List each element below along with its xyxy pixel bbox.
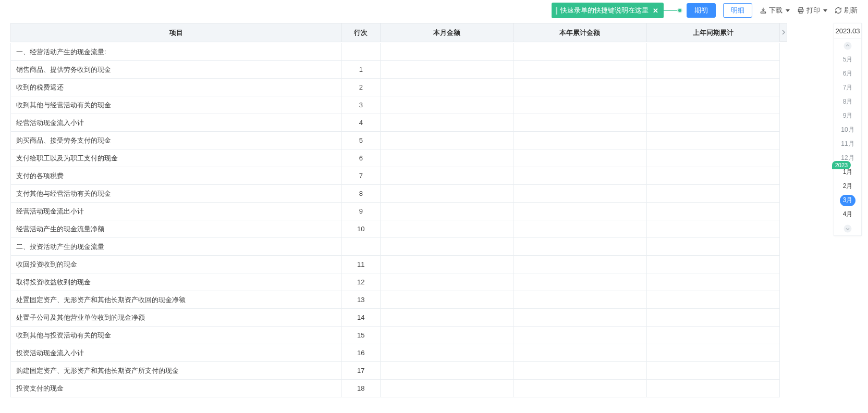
cell-amount-month[interactable] xyxy=(380,96,513,114)
cell-amount-prev-year[interactable] xyxy=(646,79,779,96)
cell-amount-prev-year[interactable] xyxy=(646,362,779,380)
cell-amount-year[interactable] xyxy=(514,362,646,380)
table-row[interactable]: 收到的税费返还2 xyxy=(11,79,780,96)
cell-amount-month[interactable] xyxy=(380,238,513,256)
cell-amount-year[interactable] xyxy=(514,114,646,132)
table-row[interactable]: 经营活动现金流入小计4 xyxy=(11,114,780,132)
close-icon[interactable]: ✕ xyxy=(653,7,658,15)
table-row[interactable]: 销售商品、提供劳务收到的现金1 xyxy=(11,61,780,79)
cell-amount-prev-year[interactable] xyxy=(646,167,779,185)
scroll-right-button[interactable] xyxy=(780,23,787,42)
table-row[interactable]: 投资支付的现金18 xyxy=(11,380,780,397)
cell-amount-year[interactable] xyxy=(514,185,646,203)
table-row[interactable]: 支付给职工以及为职工支付的现金6 xyxy=(11,149,780,167)
cell-amount-prev-year[interactable] xyxy=(646,256,779,273)
cell-amount-year[interactable] xyxy=(514,132,646,149)
cell-amount-prev-year[interactable] xyxy=(646,309,779,327)
cell-amount-year[interactable] xyxy=(514,203,646,220)
cell-amount-prev-year[interactable] xyxy=(646,380,779,397)
cell-amount-month[interactable] xyxy=(380,344,513,362)
table-row[interactable]: 处置子公司及其他营业单位收到的现金净额14 xyxy=(11,309,780,327)
cell-amount-year[interactable] xyxy=(514,61,646,79)
cell-amount-year[interactable] xyxy=(514,380,646,397)
table-row[interactable]: 取得投资收益收到的现金12 xyxy=(11,273,780,291)
cell-amount-year[interactable] xyxy=(514,344,646,362)
cell-amount-year[interactable] xyxy=(514,273,646,291)
cell-amount-prev-year[interactable] xyxy=(646,185,779,203)
month-item[interactable]: 7月 xyxy=(834,81,861,95)
print-dropdown[interactable]: 打印 xyxy=(797,6,827,15)
table-row[interactable]: 一、经营活动产生的现金流量: xyxy=(11,43,780,61)
cell-amount-prev-year[interactable] xyxy=(646,238,779,256)
cell-amount-year[interactable] xyxy=(514,309,646,327)
cell-amount-prev-year[interactable] xyxy=(646,61,779,79)
table-row[interactable]: 收到其他与投资活动有关的现金15 xyxy=(11,327,780,344)
cell-amount-month[interactable] xyxy=(380,167,513,185)
table-row[interactable]: 收到其他与经营活动有关的现金3 xyxy=(11,96,780,114)
cell-amount-year[interactable] xyxy=(514,79,646,96)
cell-amount-month[interactable] xyxy=(380,149,513,167)
cell-amount-month[interactable] xyxy=(380,203,513,220)
download-dropdown[interactable]: 下载 xyxy=(760,6,790,15)
cell-amount-prev-year[interactable] xyxy=(646,220,779,238)
cell-amount-year[interactable] xyxy=(514,220,646,238)
cell-amount-year[interactable] xyxy=(514,43,646,61)
cell-amount-month[interactable] xyxy=(380,43,513,61)
table-row[interactable]: 购建固定资产、无形资产和其他长期资产所支付的现金17 xyxy=(11,362,780,380)
cell-amount-month[interactable] xyxy=(380,132,513,149)
cell-amount-prev-year[interactable] xyxy=(646,327,779,344)
month-item[interactable]: 8月 xyxy=(834,95,861,109)
cell-amount-month[interactable] xyxy=(380,309,513,327)
cell-amount-year[interactable] xyxy=(514,291,646,309)
cell-amount-prev-year[interactable] xyxy=(646,114,779,132)
table-row[interactable]: 支付其他与经营活动有关的现金8 xyxy=(11,185,780,203)
cell-amount-month[interactable] xyxy=(380,380,513,397)
cell-amount-month[interactable] xyxy=(380,61,513,79)
detail-button[interactable]: 明细 xyxy=(723,3,752,18)
table-row[interactable]: 支付的各项税费7 xyxy=(11,167,780,185)
cell-amount-prev-year[interactable] xyxy=(646,43,779,61)
month-item[interactable]: 5月 xyxy=(834,53,861,67)
cell-amount-month[interactable] xyxy=(380,185,513,203)
month-item[interactable]: 4月 xyxy=(834,207,861,221)
period-begin-button[interactable]: 期初 xyxy=(687,3,716,18)
cell-amount-month[interactable] xyxy=(380,273,513,291)
cell-amount-month[interactable] xyxy=(380,362,513,380)
month-item[interactable]: 11月 xyxy=(834,137,861,151)
cell-amount-month[interactable] xyxy=(380,327,513,344)
month-item[interactable]: 9月 xyxy=(834,109,861,123)
period-down-button[interactable] xyxy=(834,222,861,235)
table-row[interactable]: 购买商品、接受劳务支付的现金5 xyxy=(11,132,780,149)
cell-amount-prev-year[interactable] xyxy=(646,96,779,114)
cell-amount-prev-year[interactable] xyxy=(646,132,779,149)
refresh-button[interactable]: 刷新 xyxy=(835,6,858,15)
cell-amount-month[interactable] xyxy=(380,256,513,273)
month-item[interactable]: 2月 xyxy=(834,179,861,193)
cell-amount-month[interactable] xyxy=(380,114,513,132)
cell-amount-prev-year[interactable] xyxy=(646,291,779,309)
cell-amount-year[interactable] xyxy=(514,256,646,273)
table-body-scroll[interactable]: 一、经营活动产生的现金流量:销售商品、提供劳务收到的现金1收到的税费返还2收到其… xyxy=(10,43,780,408)
cell-amount-year[interactable] xyxy=(514,238,646,256)
cell-amount-year[interactable] xyxy=(514,327,646,344)
cell-amount-year[interactable] xyxy=(514,149,646,167)
cell-amount-prev-year[interactable] xyxy=(646,273,779,291)
table-row[interactable]: 处置固定资产、无形资产和其他长期资产收回的现金净额13 xyxy=(11,291,780,309)
month-item[interactable]: 10月 xyxy=(834,123,861,137)
cell-amount-prev-year[interactable] xyxy=(646,344,779,362)
month-item[interactable]: 3月 xyxy=(834,193,861,207)
cell-amount-month[interactable] xyxy=(380,291,513,309)
cell-amount-month[interactable] xyxy=(380,220,513,238)
cell-amount-month[interactable] xyxy=(380,79,513,96)
cell-amount-year[interactable] xyxy=(514,96,646,114)
table-row[interactable]: 经营活动产生的现金流量净额10 xyxy=(11,220,780,238)
month-item[interactable]: 6月 xyxy=(834,67,861,81)
cell-amount-year[interactable] xyxy=(514,167,646,185)
cell-amount-prev-year[interactable] xyxy=(646,203,779,220)
table-row[interactable]: 二、投资活动产生的现金流量 xyxy=(11,238,780,256)
table-row[interactable]: 收回投资收到的现金11 xyxy=(11,256,780,273)
period-up-button[interactable] xyxy=(834,39,861,53)
cell-amount-prev-year[interactable] xyxy=(646,149,779,167)
table-row[interactable]: 经营活动现金流出小计9 xyxy=(11,203,780,220)
table-row[interactable]: 投资活动现金流入小计16 xyxy=(11,344,780,362)
